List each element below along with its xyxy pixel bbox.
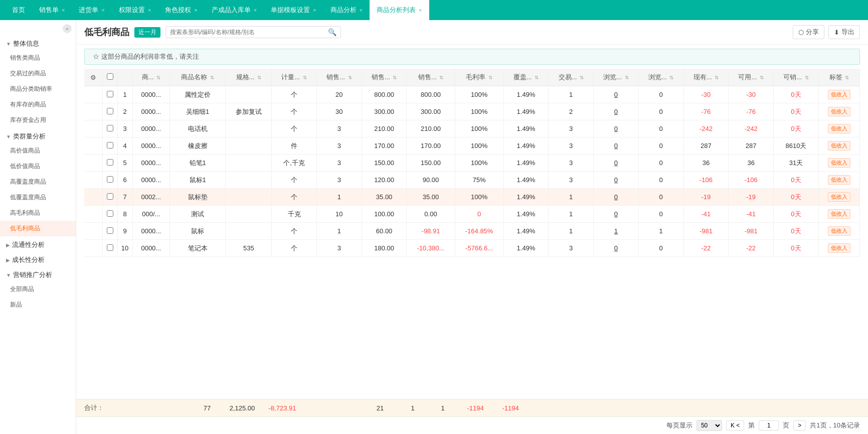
browse1-cell[interactable]: 0: [594, 189, 639, 206]
sidebar-item-category-assist[interactable]: 商品分类助销率: [0, 81, 76, 97]
sidebar-item-new-products[interactable]: 新品: [0, 297, 76, 313]
browse1-cell[interactable]: 0: [594, 240, 639, 257]
close-icon[interactable]: ×: [419, 7, 422, 13]
nav-item-home[interactable]: 首页: [5, 0, 32, 20]
sidebar-item-capital[interactable]: 库存资金占用: [0, 112, 76, 128]
checkbox-cell[interactable]: [102, 206, 117, 223]
checkbox-cell[interactable]: [102, 120, 117, 137]
browse1-cell[interactable]: 0: [594, 172, 639, 189]
sidebar-item-high-value[interactable]: 高价值商品: [0, 143, 76, 159]
sidebar-item-all-products[interactable]: 全部商品: [0, 281, 76, 297]
page-number-input[interactable]: [759, 420, 779, 430]
sidebar-item-high-margin[interactable]: 高毛利商品: [0, 205, 76, 221]
sidebar-item-sales-products[interactable]: 销售类商品: [0, 50, 76, 66]
col-browse1[interactable]: 浏览... ⇅: [594, 69, 639, 86]
next-page-button[interactable]: >: [793, 420, 806, 430]
share-button[interactable]: ⬡ 分享: [793, 25, 824, 39]
col-coverage[interactable]: 交易... ⇅: [549, 69, 594, 86]
nav-item-product-entry[interactable]: 产成品入库单 ×: [205, 0, 264, 20]
col-unit[interactable]: 计量... ⇅: [272, 69, 317, 86]
col-stock[interactable]: 现有... ⇅: [683, 69, 729, 86]
close-icon[interactable]: ×: [148, 7, 151, 13]
checkbox-cell[interactable]: [102, 189, 117, 206]
checkbox-cell[interactable]: [102, 86, 117, 103]
row-checkbox[interactable]: [107, 193, 113, 200]
table-container[interactable]: ⚙ 商... ⇅ 商品名称 ⇅ 规格... ⇅ 计量... ⇅ 销售... ⇅ …: [76, 69, 868, 399]
col-tag[interactable]: 标签 ⇅: [818, 69, 859, 86]
row-checkbox[interactable]: [107, 125, 113, 131]
nav-item-role[interactable]: 角色授权 ×: [158, 0, 204, 20]
col-gross-rate[interactable]: 覆盖... ⇅: [503, 69, 549, 86]
browse1-cell[interactable]: 0: [594, 120, 639, 137]
col-name[interactable]: 商品名称 ⇅: [170, 69, 226, 86]
close-icon[interactable]: ×: [254, 7, 257, 13]
browse1-cell[interactable]: 0: [594, 206, 639, 223]
nav-item-sales[interactable]: 销售单 ×: [32, 0, 72, 20]
select-all-checkbox[interactable]: [107, 73, 113, 80]
sidebar-item-high-coverage[interactable]: 高覆盖度商品: [0, 174, 76, 190]
sidebar-item-low-coverage[interactable]: 低覆盖度商品: [0, 190, 76, 205]
name-cell: 鼠标: [170, 223, 226, 240]
close-icon[interactable]: ×: [194, 7, 197, 13]
search-input[interactable]: [170, 29, 328, 36]
row-checkbox[interactable]: [107, 210, 113, 217]
table-checkbox-col[interactable]: [102, 69, 117, 86]
close-icon[interactable]: ×: [101, 7, 104, 13]
sidebar-group-growth[interactable]: ▶ 成长性分析: [0, 251, 76, 266]
browse1-cell[interactable]: 0: [594, 103, 639, 120]
close-icon[interactable]: ×: [62, 7, 65, 13]
prev-page-button[interactable]: K <: [726, 420, 744, 430]
page-label: 第: [748, 421, 755, 430]
col-profit-rate[interactable]: 毛利率 ⇅: [455, 69, 503, 86]
table-settings-col[interactable]: ⚙: [84, 69, 102, 86]
close-icon[interactable]: ×: [313, 7, 316, 13]
checkbox-cell[interactable]: [102, 172, 117, 189]
sidebar-group-marketing[interactable]: ▼ 营销推广分析: [0, 266, 76, 281]
browse1-cell[interactable]: 0: [594, 86, 639, 103]
checkbox-cell[interactable]: [102, 137, 117, 155]
checkbox-cell[interactable]: [102, 103, 117, 120]
nav-item-analysis-list[interactable]: 商品分析列表 ×: [370, 0, 429, 20]
browse1-cell[interactable]: 0: [594, 155, 639, 172]
sidebar-item-low-margin[interactable]: 低毛利商品: [0, 221, 76, 236]
nav-item-purchase[interactable]: 进货单 ×: [72, 0, 111, 20]
col-sales-profit[interactable]: 销售... ⇅: [407, 69, 455, 86]
row-checkbox[interactable]: [107, 91, 113, 97]
col-code[interactable]: 商... ⇅: [132, 69, 170, 86]
tag-filter-button[interactable]: 近一月: [134, 27, 160, 38]
unit-cell: 千克: [272, 206, 317, 223]
checkbox-cell[interactable]: [102, 223, 117, 240]
sidebar-item-stock-products[interactable]: 有库存的商品: [0, 97, 76, 112]
browse1-cell[interactable]: 0: [594, 137, 639, 155]
col-qty[interactable]: 销售... ⇅: [316, 69, 362, 86]
collapse-button[interactable]: «: [63, 24, 72, 33]
sidebar-group-liquidity[interactable]: ▶ 流通性分析: [0, 236, 76, 251]
sidebar-group-cluster[interactable]: ▼ 类群量分析: [0, 128, 76, 143]
close-icon[interactable]: ×: [360, 7, 363, 13]
row-checkbox[interactable]: [107, 142, 113, 149]
col-available[interactable]: 可用... ⇅: [729, 69, 774, 86]
col-spec[interactable]: 规格... ⇅: [226, 69, 272, 86]
row-checkbox[interactable]: [107, 159, 113, 166]
checkbox-cell[interactable]: [102, 155, 117, 172]
nav-item-template[interactable]: 单据模板设置 ×: [264, 0, 323, 20]
name-cell: 橡皮擦: [170, 137, 226, 155]
col-saleable[interactable]: 可销... ⇅: [774, 69, 819, 86]
export-icon: ⬇: [834, 29, 839, 36]
sidebar-item-traded-products[interactable]: 交易过的商品: [0, 66, 76, 81]
nav-item-permission[interactable]: 权限设置 ×: [112, 0, 158, 20]
col-browse2[interactable]: 浏览... ⇅: [638, 69, 683, 86]
nav-item-product-analysis[interactable]: 商品分析 ×: [323, 0, 370, 20]
page-size-select[interactable]: 50 100 200: [697, 420, 722, 431]
row-checkbox[interactable]: [107, 176, 113, 183]
row-checkbox[interactable]: [107, 244, 113, 251]
row-checkbox[interactable]: [107, 108, 113, 114]
col-sales-amt[interactable]: 销售... ⇅: [362, 69, 407, 86]
checkbox-cell[interactable]: [102, 240, 117, 257]
search-icon[interactable]: 🔍: [328, 28, 336, 36]
browse1-cell[interactable]: 1: [594, 223, 639, 240]
export-button[interactable]: ⬇ 导出: [828, 25, 860, 39]
sidebar-group-overview[interactable]: ▼ 整体信息: [0, 35, 76, 50]
row-checkbox[interactable]: [107, 227, 113, 234]
sidebar-item-low-value[interactable]: 低价值商品: [0, 159, 76, 174]
